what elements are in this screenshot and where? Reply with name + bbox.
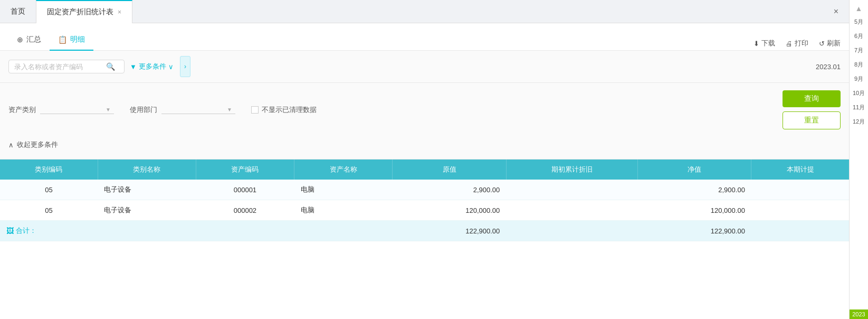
download-icon: ⬇ [753,40,759,48]
filter-actions: 查询 重置 [783,90,841,129]
total-label-text: 合计： [16,226,36,236]
cell-asset-name-1: 电脑 [294,180,393,200]
total-current-prov [751,221,849,241]
tab-bar: 首页 固定资产折旧统计表 × × [0,0,849,23]
cell-category-name-1: 电子设备 [98,180,196,200]
cell-original-value-2: 120,000.00 [393,200,506,221]
window-close-button[interactable]: × [834,7,838,16]
cell-accum-dep-1 [506,180,637,200]
table-row: 05 电子设备 000002 电脑 120,000.00 120,000.00 [0,200,849,221]
tab-home-label: 首页 [11,7,25,16]
cell-category-name-2: 电子设备 [98,200,196,221]
tab-home[interactable]: 首页 [0,0,36,23]
sidebar-month-11[interactable]: 11月 [851,100,867,115]
collapse-bar[interactable]: ∧ 收起更多条件 [8,136,58,152]
data-table: 类别编码 类别名称 资产编码 资产名称 原值 期初累计折旧 净值 本期计提 05… [0,160,849,241]
total-original-value: 122,900.00 [393,221,506,241]
content-card: ⊕ 汇总 📋 明细 ⬇ 下载 🖨 打印 ↺ 刷新 [0,23,849,319]
print-button[interactable]: 🖨 打印 [786,39,808,48]
col-header-original-value: 原值 [393,160,506,180]
col-header-accum-depreciation: 期初累计折旧 [506,160,637,180]
print-label: 打印 [795,39,808,48]
cell-category-code-1: 05 [0,180,98,200]
filter-icon: ▼ [130,63,137,71]
sidebar-month-7[interactable]: 7月 [852,43,865,58]
asset-category-select[interactable]: ▼ [40,106,114,114]
tab-summary-label: 汇总 [26,35,41,44]
asset-category-label: 资产类别 [8,105,36,115]
tab-summary[interactable]: ⊕ 汇总 [8,30,50,51]
cell-current-prov-1 [751,180,849,200]
more-conditions-button[interactable]: ▼ 更多条件 ∨ [130,62,174,71]
query-button[interactable]: 查询 [783,90,841,107]
tab-close-icon[interactable]: × [118,8,121,16]
col-header-asset-code: 资产编码 [196,160,294,180]
department-select[interactable]: ▼ [161,106,235,114]
sidebar-month-8[interactable]: 8月 [852,58,865,72]
total-label-cell: 🖼 合计： [0,221,196,241]
department-label: 使用部门 [130,105,157,115]
expand-arrow-button[interactable]: › [180,56,190,77]
cell-category-code-2: 05 [0,200,98,221]
tab-active[interactable]: 固定资产折旧统计表 × [36,0,132,23]
right-sidebar: ▲ 5月 6月 7月 8月 9月 10月 11月 12月 2023 [849,0,868,319]
collapse-up-icon: ∧ [8,141,14,149]
department-filter: 使用部门 ▼ [130,105,235,115]
asset-category-arrow: ▼ [106,107,111,112]
col-header-asset-name: 资产名称 [294,160,393,180]
sidebar-month-9[interactable]: 9月 [852,72,865,86]
sidebar-month-10[interactable]: 10月 [851,86,867,100]
total-asset-name [294,221,393,241]
sidebar-year-badge: 2023 [850,309,868,319]
col-header-category-name: 类别名称 [98,160,196,180]
refresh-icon: ↺ [819,40,825,48]
total-row: 🖼 合计： 122,900.00 122,900.00 [0,221,849,241]
cell-asset-code-1: 000001 [196,180,294,200]
total-accum-dep [506,221,637,241]
search-input[interactable] [14,63,104,71]
table-wrap: 类别编码 类别名称 资产编码 资产名称 原值 期初累计折旧 净值 本期计提 05… [0,160,849,319]
reset-button[interactable]: 重置 [783,111,841,129]
advanced-filter: 资产类别 ▼ 使用部门 ▼ 不显示已清理数据 [0,83,849,160]
more-conditions-label: 更多条件 [139,62,166,71]
total-net-value: 122,900.00 [637,221,751,241]
tab-detail-label: 明细 [70,35,85,44]
summary-icon: ⊕ [17,35,23,44]
sidebar-month-12[interactable]: 12月 [851,115,867,129]
col-header-category-code: 类别编码 [0,160,98,180]
hide-cleared-wrap: 不显示已清理数据 [251,105,317,115]
filter-bar: 🔍 ▼ 更多条件 ∨ › 2023.01 [0,51,849,83]
tab-detail[interactable]: 📋 明细 [50,30,93,51]
hide-cleared-checkbox[interactable] [251,106,259,114]
total-asset-code [196,221,294,241]
download-label: 下载 [761,39,775,48]
toolbar-actions: ⬇ 下载 🖨 打印 ↺ 刷新 [753,39,841,50]
cell-current-prov-2 [751,200,849,221]
cell-accum-dep-2 [506,200,637,221]
department-arrow: ▼ [227,107,232,112]
sidebar-month-5[interactable]: 5月 [852,15,865,29]
total-icon: 🖼 [6,227,14,235]
filter-row: 资产类别 ▼ 使用部门 ▼ 不显示已清理数据 [8,90,841,129]
sidebar-month-6[interactable]: 6月 [852,29,865,43]
sub-tab-bar: ⊕ 汇总 📋 明细 ⬇ 下载 🖨 打印 ↺ 刷新 [0,23,849,51]
cell-net-value-2: 120,000.00 [637,200,751,221]
hide-cleared-label: 不显示已清理数据 [262,105,317,115]
asset-category-filter: 资产类别 ▼ [8,105,114,115]
cell-net-value-1: 2,900.00 [637,180,751,200]
download-button[interactable]: ⬇ 下载 [753,39,775,48]
cell-original-value-1: 2,900.00 [393,180,506,200]
collapse-label: 收起更多条件 [17,140,58,149]
chevron-down-icon: ∨ [168,63,174,71]
detail-icon: 📋 [58,35,67,44]
date-badge: 2023.01 [816,63,841,71]
refresh-label: 刷新 [827,39,841,48]
tab-active-label: 固定资产折旧统计表 [47,7,113,17]
search-input-wrap: 🔍 [8,60,125,73]
sidebar-nav-up[interactable]: ▲ [855,4,863,13]
table-row: 05 电子设备 000001 电脑 2,900.00 2,900.00 [0,180,849,200]
search-icon: 🔍 [106,62,115,71]
col-header-net-value: 净值 [637,160,751,180]
cell-asset-code-2: 000002 [196,200,294,221]
refresh-button[interactable]: ↺ 刷新 [819,39,841,48]
